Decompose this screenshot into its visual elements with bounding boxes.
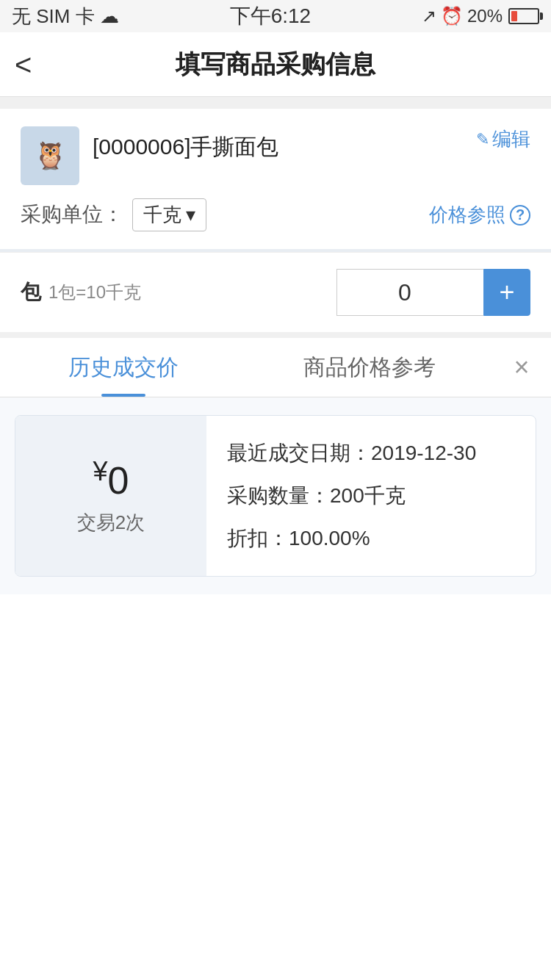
nav-bar: < 填写商品采购信息 bbox=[0, 32, 551, 97]
product-thumbnail: 🦉 bbox=[21, 126, 79, 185]
bottom-area bbox=[0, 594, 551, 980]
recent-date-value: 2019-12-30 bbox=[371, 442, 476, 464]
tab-history-label: 历史成交价 bbox=[68, 353, 179, 383]
alarm-icon: ⏰ bbox=[441, 6, 463, 26]
history-price: ¥0 bbox=[93, 456, 129, 502]
history-card-right: 最近成交日期：2019-12-30 采购数量：200千克 折扣：100.00% bbox=[206, 416, 536, 576]
product-left: 🦉 [0000006]手撕面包 bbox=[21, 126, 278, 185]
qty-detail-value: 200千克 bbox=[330, 484, 406, 507]
back-button[interactable]: < bbox=[15, 44, 40, 85]
product-header: 🦉 [0000006]手撕面包 ✎ 编辑 bbox=[21, 126, 530, 185]
history-card: ¥0 交易2次 最近成交日期：2019-12-30 采购数量：200千克 折扣：… bbox=[15, 415, 536, 577]
status-bar: 无 SIM 卡 ☁ 下午6:12 ↗ ⏰ 20% bbox=[0, 0, 551, 32]
tab-header: 历史成交价 商品价格参考 × bbox=[0, 338, 551, 397]
quantity-input[interactable]: 0 bbox=[336, 269, 483, 316]
unit-label: 采购单位： bbox=[21, 203, 123, 226]
tab-content: ¥0 交易2次 最近成交日期：2019-12-30 采购数量：200千克 折扣：… bbox=[0, 397, 551, 594]
discount-label: 折扣： bbox=[227, 527, 289, 550]
location-icon: ↗ bbox=[422, 6, 436, 26]
unit-value: 千克 bbox=[143, 202, 181, 228]
product-card: 🦉 [0000006]手撕面包 ✎ 编辑 采购单位： 千克 ▾ 价格参照 ? bbox=[0, 109, 551, 249]
edit-icon: ✎ bbox=[476, 130, 489, 149]
help-icon: ? bbox=[510, 205, 530, 226]
tab-close-button[interactable]: × bbox=[492, 338, 551, 397]
tab-panel: 历史成交价 商品价格参考 × ¥0 交易2次 最近成交日期：2019-12-30… bbox=[0, 338, 551, 594]
status-left: 无 SIM 卡 ☁ bbox=[12, 4, 119, 29]
tab-history-price[interactable]: 历史成交价 bbox=[0, 338, 246, 397]
discount-row: 折扣：100.00% bbox=[227, 523, 515, 554]
tab-price-ref-label: 商品价格参考 bbox=[303, 353, 436, 383]
unit-conversion: 1包=10千克 bbox=[48, 281, 141, 304]
unit-label-group: 采购单位： 千克 ▾ bbox=[21, 198, 206, 231]
edit-button[interactable]: ✎ 编辑 bbox=[476, 126, 530, 152]
qty-input-group: 0 + bbox=[336, 269, 530, 316]
product-logo-icon: 🦉 bbox=[34, 140, 67, 171]
tab-product-price-ref[interactable]: 商品价格参考 bbox=[246, 338, 492, 397]
price-ref-label: 价格参照 bbox=[429, 202, 505, 228]
status-right: ↗ ⏰ 20% bbox=[422, 6, 539, 26]
status-time: 下午6:12 bbox=[230, 2, 311, 30]
product-name-text: 手撕面包 bbox=[190, 134, 278, 159]
quantity-row: 包 1包=10千克 0 + bbox=[0, 252, 551, 332]
tab-underline bbox=[101, 394, 145, 397]
dropdown-arrow-icon: ▾ bbox=[186, 203, 195, 226]
qty-plus-button[interactable]: + bbox=[483, 269, 530, 316]
battery-icon bbox=[508, 8, 539, 24]
discount-value: 100.00% bbox=[289, 527, 370, 550]
price-value: 0 bbox=[108, 459, 129, 502]
edit-label: 编辑 bbox=[492, 126, 530, 152]
history-card-left: ¥0 交易2次 bbox=[15, 416, 206, 576]
product-unit-row: 采购单位： 千克 ▾ 价格参照 ? bbox=[21, 198, 530, 231]
price-symbol: ¥ bbox=[93, 456, 108, 486]
history-trades: 交易2次 bbox=[77, 510, 145, 536]
package-icon: 包 bbox=[21, 278, 41, 306]
battery-percent: 20% bbox=[467, 6, 503, 26]
product-id: [0000006] bbox=[93, 134, 190, 159]
unit-select[interactable]: 千克 ▾ bbox=[132, 198, 206, 231]
product-name: [0000006]手撕面包 bbox=[93, 126, 278, 162]
qty-row-detail: 采购数量：200千克 bbox=[227, 480, 515, 511]
qty-detail-label: 采购数量： bbox=[227, 484, 330, 507]
battery-fill bbox=[511, 11, 517, 21]
sim-label: 无 SIM 卡 ☁ bbox=[12, 4, 119, 29]
page-title: 填写商品采购信息 bbox=[176, 48, 375, 82]
recent-date-row: 最近成交日期：2019-12-30 bbox=[227, 438, 515, 469]
recent-date-label: 最近成交日期： bbox=[227, 442, 371, 464]
qty-unit-label: 包 1包=10千克 bbox=[21, 278, 141, 306]
price-ref-button[interactable]: 价格参照 ? bbox=[429, 202, 530, 228]
